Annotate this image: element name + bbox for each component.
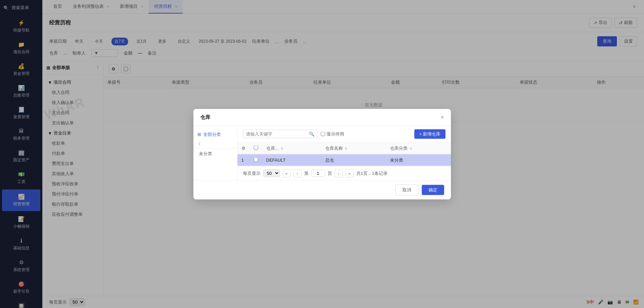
modal-page-size-label: 每页显示 bbox=[243, 170, 261, 176]
code-sort-icon[interactable]: ⇅ bbox=[281, 146, 283, 150]
modal-close-button[interactable]: × bbox=[440, 114, 444, 121]
first-page-button[interactable]: « bbox=[283, 169, 291, 177]
all-categories-label: 全部分类 bbox=[203, 131, 221, 137]
cancel-button[interactable]: 取消 bbox=[395, 184, 418, 195]
page-suffix-label: 页 bbox=[328, 170, 332, 176]
modal-footer: 取消 确定 bbox=[193, 180, 451, 199]
col-checkbox-header bbox=[250, 142, 262, 154]
table-row[interactable]: 1 DEFAULT 总仓 未分类 bbox=[237, 154, 451, 166]
modal-header: 仓库 × bbox=[193, 109, 451, 126]
modal-title: 仓库 bbox=[200, 114, 210, 120]
col-settings-header: ⚙ bbox=[237, 142, 250, 154]
warehouse-search-icon[interactable]: 🔍 bbox=[309, 131, 314, 137]
confirm-button[interactable]: 确定 bbox=[422, 185, 444, 195]
show-disabled-checkbox[interactable] bbox=[321, 132, 325, 136]
modal-page-size-select[interactable]: 50 bbox=[263, 169, 280, 177]
modal-all-categories[interactable]: ⊞ 全部分类 bbox=[193, 129, 237, 139]
modal-body: ⊞ 全部分类 《 未分类 🔍 显示停用 + 新增仓库 bbox=[193, 126, 451, 180]
page-number-input[interactable] bbox=[311, 170, 325, 177]
warehouse-search-input[interactable] bbox=[246, 131, 307, 137]
modal-table: ⚙ 仓库... ⇅ 仓库名称 ⇅ bbox=[237, 142, 451, 166]
col-category-header: 仓库分类 ⇅ bbox=[386, 142, 451, 154]
modal-left-panel: ⊞ 全部分类 《 未分类 bbox=[193, 126, 237, 180]
row-settings-cell: 1 bbox=[237, 154, 250, 166]
prev-page-button[interactable]: ‹ bbox=[293, 169, 302, 177]
modal-select-all-checkbox[interactable] bbox=[254, 145, 258, 150]
warehouse-search-wrap: 🔍 bbox=[243, 130, 317, 138]
name-sort-icon[interactable]: ⇅ bbox=[345, 146, 347, 150]
category-sort-icon[interactable]: ⇅ bbox=[410, 146, 412, 150]
last-page-button[interactable]: » bbox=[346, 169, 354, 177]
col-code-header: 仓库... ⇅ bbox=[262, 142, 321, 154]
modal-table-container: ⚙ 仓库... ⇅ 仓库名称 ⇅ bbox=[237, 142, 451, 166]
modal-right-toolbar: 🔍 显示停用 + 新增仓库 bbox=[237, 126, 451, 142]
page-prefix-label: 第 bbox=[304, 170, 309, 176]
warehouse-modal: 仓库 × ⊞ 全部分类 《 未分类 🔍 bbox=[193, 109, 451, 199]
modal-left-scroll: 未分类 bbox=[193, 148, 237, 159]
add-warehouse-button[interactable]: + 新增仓库 bbox=[414, 129, 445, 139]
row-checkbox[interactable] bbox=[254, 157, 258, 162]
row-code-cell: DEFAULT bbox=[262, 154, 321, 166]
grid-categories-icon: ⊞ bbox=[198, 132, 201, 137]
show-disabled-label[interactable]: 显示停用 bbox=[321, 131, 344, 137]
next-page-button[interactable]: › bbox=[335, 169, 343, 177]
row-checkbox-cell bbox=[250, 154, 262, 166]
row-category-cell: 未分类 bbox=[386, 154, 451, 166]
modal-left-collapse-icon[interactable]: 《 bbox=[196, 141, 201, 147]
modal-right-panel: 🔍 显示停用 + 新增仓库 ⚙ bbox=[237, 126, 451, 180]
modal-pagination: 每页显示 50 « ‹ 第 页 › » 共1页，1条记录 bbox=[237, 166, 451, 180]
col-name-header: 仓库名称 ⇅ bbox=[321, 142, 386, 154]
total-info: 共1页，1条记录 bbox=[356, 170, 388, 176]
show-disabled-text: 显示停用 bbox=[327, 131, 344, 137]
row-name-cell: 总仓 bbox=[321, 154, 386, 166]
uncategorized-item[interactable]: 未分类 bbox=[193, 148, 237, 159]
